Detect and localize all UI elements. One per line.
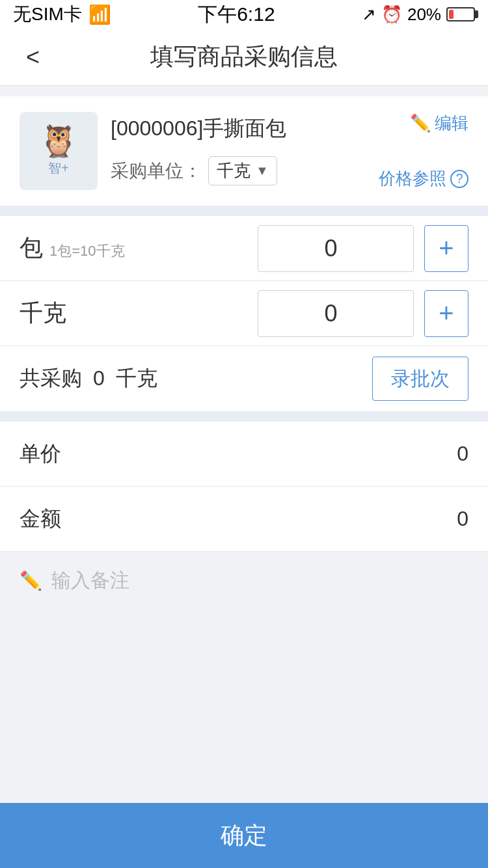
battery-icon — [446, 7, 475, 21]
edit-button[interactable]: ✏️ 编辑 — [410, 112, 468, 135]
kg-input-right: + — [150, 290, 468, 337]
kg-quantity-input[interactable] — [258, 290, 414, 337]
bag-input-right: + — [150, 225, 468, 272]
price-ref-label: 价格参照 — [379, 167, 446, 190]
bag-label: 包 1包=10千克 — [20, 232, 150, 264]
section-divider-1 — [0, 206, 488, 216]
kg-label: 千克 — [20, 297, 150, 329]
page-title: 填写商品采购信息 — [150, 41, 338, 73]
unit-selector[interactable]: 千克 ▼ — [208, 156, 277, 185]
total-row: 共采购 0 千克 录批次 — [0, 346, 488, 411]
bag-label-main: 包 — [20, 232, 43, 264]
kg-input-row: 千克 + — [0, 281, 488, 346]
owl-icon: 🦉 — [39, 126, 78, 157]
bag-quantity-input[interactable] — [258, 225, 414, 272]
status-time: 下午6:12 — [198, 1, 275, 28]
total-text: 共采购 0 千克 — [20, 364, 157, 393]
amount-value: 0 — [457, 507, 468, 531]
bag-input-row: 包 1包=10千克 + — [0, 216, 488, 281]
total-value: 0 — [93, 366, 105, 390]
input-section: 包 1包=10千克 + 千克 + 共采购 0 千克 录批次 — [0, 216, 488, 411]
pencil-icon: ✏️ — [20, 570, 42, 591]
total-unit: 千克 — [116, 366, 157, 390]
price-ref-icon: ? — [450, 170, 468, 188]
unit-value: 千克 — [217, 159, 251, 182]
status-bar: 无SIM卡 📶 下午6:12 ↗ ⏰ 20% — [0, 0, 488, 29]
status-left: 无SIM卡 📶 — [13, 2, 111, 27]
edit-label: 编辑 — [435, 112, 468, 135]
alarm-icon: ⏰ — [381, 5, 402, 25]
location-icon: ↗ — [362, 5, 376, 25]
section-divider-2 — [0, 411, 488, 422]
kg-plus-button[interactable]: + — [424, 290, 468, 337]
back-button[interactable]: < — [20, 37, 46, 77]
wifi-icon: 📶 — [88, 4, 111, 25]
remark-placeholder: 输入备注 — [51, 567, 129, 594]
price-section: 单价 0 金额 0 — [0, 422, 488, 552]
nav-bar: < 填写商品采购信息 — [0, 29, 488, 86]
unit-price-label: 单价 — [20, 440, 61, 468]
unit-price-value: 0 — [457, 442, 468, 466]
product-card: 🦉 智+ [0000006]手撕面包 采购单位： 千克 ▼ ✏️ 编辑 价格参照… — [0, 96, 488, 206]
unit-label: 采购单位： — [111, 159, 202, 183]
unit-arrow-icon: ▼ — [256, 163, 269, 178]
price-ref-button[interactable]: 价格参照 ? — [379, 167, 468, 190]
edit-icon: ✏️ — [410, 113, 431, 133]
battery-fill — [449, 10, 454, 19]
carrier-text: 无SIM卡 — [13, 2, 82, 27]
product-image: 🦉 智+ — [20, 112, 98, 190]
battery-percent: 20% — [407, 5, 441, 25]
kg-label-main: 千克 — [20, 297, 66, 329]
total-label: 共采购 — [20, 366, 82, 390]
remark-section[interactable]: ✏️ 输入备注 — [0, 552, 488, 630]
confirm-button-label: 确定 — [221, 820, 267, 852]
bag-label-sub: 1包=10千克 — [49, 241, 125, 261]
batch-button[interactable]: 录批次 — [372, 357, 468, 401]
amount-label: 金额 — [20, 505, 61, 534]
confirm-bar[interactable]: 确定 — [0, 803, 488, 868]
amount-row: 金额 0 — [0, 487, 488, 552]
unit-price-row: 单价 0 — [0, 422, 488, 487]
status-right: ↗ ⏰ 20% — [362, 5, 475, 25]
brand-text: 智+ — [48, 159, 69, 177]
bag-plus-button[interactable]: + — [424, 225, 468, 272]
